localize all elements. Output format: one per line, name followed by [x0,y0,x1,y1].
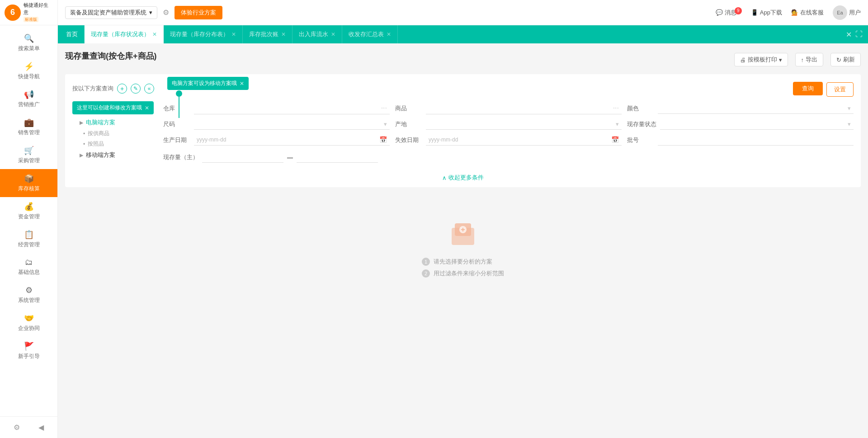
sidebar-collapse-btn[interactable]: ◀ [38,423,44,432]
tab-in-out-flow[interactable]: 出入库流水 ✕ [292,25,342,43]
step-num-2: 2 [422,269,430,278]
tab-inventory-status[interactable]: 现存量（库存状况表） ✕ [85,25,164,43]
plan-sub-items: • 按供商品 • 按照品 [72,128,156,149]
settings-gear-btn[interactable]: ⚙ [163,8,169,17]
tab-collect-summary[interactable]: 收发存汇总表 ✕ [342,25,398,43]
marketing-icon: 📢 [24,89,34,99]
sidebar-item-newbie[interactable]: 🚩 新手引导 [0,337,57,365]
collapse-more-btn[interactable]: ∧ 收起更多条件 [72,170,854,185]
sidebar-item-finance[interactable]: 💰 资金管理 [0,197,57,225]
filter-fields-area: 仓库 ··· 商品 ··· [163,102,854,166]
filter-row-2: 尺码 ▾ 产地 ▾ [163,119,854,130]
page-title: 现存量查询(按仓库+商品) [65,51,157,61]
sidebar-item-search[interactable]: 🔍 搜索菜单 [0,29,57,57]
sidebar-item-guide[interactable]: ⚡ 快捷导航 [0,57,57,85]
filter-label: 按以下方案查询 [72,85,113,93]
main-area: 装备及固定资产辅助管理系统 ▾ ⚙ 体验行业方案 💬 消息 9 📱 App下载 … [58,0,868,438]
size-select[interactable]: ▾ [194,119,390,130]
system-icon: ⚙ [25,285,33,295]
warehouse-field: 仓库 ··· [163,102,390,114]
chevron-down-color-icon: ▾ [848,105,851,112]
goods-dots-icon[interactable]: ··· [613,104,619,112]
chevron-down-origin-icon: ▾ [616,121,619,127]
tab-batch-ledger[interactable]: 库存批次账 ✕ [243,25,292,43]
plan-arrow-icon: ▶ [80,120,83,126]
sidebar-nav: 🔍 搜索菜单 ⚡ 快捷导航 📢 营销推广 💼 销售管理 🛒 采购管理 📦 库存核… [0,25,57,416]
sidebar: 6 畅捷通好生意 标准版 🔍 搜索菜单 ⚡ 快捷导航 📢 营销推广 💼 销售管理… [0,0,58,438]
chevron-down-icon: ▾ [779,57,782,63]
filter-settings-button[interactable]: 设置 [826,82,854,97]
tab-home[interactable]: 首页 [60,25,85,43]
sidebar-item-inventory[interactable]: 📦 库存核算 [0,169,57,197]
message-action[interactable]: 💬 消息 9 [716,9,742,17]
user-action[interactable]: Ea 用户 [833,5,861,20]
plan-mobile-node[interactable]: ▶ 移动端方案 [72,149,156,161]
search-button[interactable]: 查询 [793,82,823,95]
filter-right-actions: 查询 设置 [793,80,854,97]
stock-main-from-input[interactable] [202,152,283,163]
empty-illustration [445,214,481,250]
tab-close-batch-ledger[interactable]: ✕ [281,31,286,38]
filter-back-button[interactable]: « [144,84,154,94]
page-header-row: 现存量查询(按仓库+商品) 🖨 按模板打印 ▾ ↑ 导出 ↻ 刷新 [65,51,861,69]
plan-tree: ▶ 电脑端方案 • 按供商品 • 按照品 [72,117,156,161]
top-header: 装备及固定资产辅助管理系统 ▾ ⚙ 体验行业方案 💬 消息 9 📱 App下载 … [58,0,868,25]
filter-edit-button[interactable]: ✎ [131,84,141,94]
sidebar-settings-btn[interactable]: ⚙ [14,423,20,432]
expire-date-calendar-icon: 📅 [611,136,619,143]
goods-select[interactable]: ··· [426,102,622,114]
tooltip1-close[interactable]: ✕ [240,80,244,87]
tab-inventory-dist[interactable]: 现存量（库存分布表） ✕ [164,25,243,43]
template-print-button[interactable]: 🖨 按模板打印 ▾ [734,53,788,66]
tooltip2-close[interactable]: ✕ [145,105,149,111]
system-select[interactable]: 装备及固定资产辅助管理系统 ▾ [65,6,157,19]
sidebar-item-system[interactable]: ⚙ 系统管理 [0,281,57,309]
filter-add-button[interactable]: + [117,84,127,94]
experience-button[interactable]: 体验行业方案 [175,6,222,19]
origin-label: 产地 [395,120,422,128]
plan-tree-left: 这里可以创建和修改方案哦 ✕ ▶ 电脑端方案 • 按供商品 [72,102,156,166]
tab-close-all-btn[interactable]: ✕ [846,30,852,39]
warehouse-select[interactable]: ··· [194,102,390,114]
plan-desktop-node[interactable]: ▶ 电脑端方案 [72,117,156,128]
goods-field: 商品 ··· [395,102,622,114]
chevron-down-size-icon: ▾ [384,121,387,127]
header-left: 装备及固定资产辅助管理系统 ▾ ⚙ 体验行业方案 [65,6,222,19]
export-button[interactable]: ↑ 导出 [795,53,824,66]
batch-no-label: 批号 [627,136,654,144]
sidebar-item-basic[interactable]: 🗂 基础信息 [0,253,57,281]
finance-icon: 💰 [24,202,34,212]
plan-sub-item-1[interactable]: • 按供商品 [83,128,156,139]
sidebar-item-enterprise[interactable]: 🤝 企业协同 [0,309,57,337]
tab-close-inventory-status[interactable]: ✕ [152,31,157,38]
plan-sub-item-2[interactable]: • 按照品 [83,139,156,149]
color-select[interactable]: ▾ [658,103,854,114]
sidebar-item-sales[interactable]: 💼 销售管理 [0,113,57,141]
prod-date-input[interactable]: yyyy-mm-dd 📅 [194,134,390,146]
tab-close-in-out-flow[interactable]: ✕ [331,31,335,38]
top-action-row: 🖨 按模板打印 ▾ ↑ 导出 ↻ 刷新 [734,53,861,66]
connector-dot-top [176,90,182,97]
sidebar-item-marketing[interactable]: 📢 营销推广 [0,85,57,113]
expire-date-field: 失效日期 yyyy-mm-dd 📅 [395,134,622,146]
expire-date-input[interactable]: yyyy-mm-dd 📅 [426,134,622,146]
online-service-action[interactable]: 💁 在线客服 [791,9,824,17]
print-icon: 🖨 [740,57,746,63]
refresh-button[interactable]: ↻ 刷新 [830,53,861,66]
sidebar-item-purchase[interactable]: 🛒 采购管理 [0,141,57,169]
header-right: 💬 消息 9 📱 App下载 💁 在线客服 Ea 用户 [716,5,861,20]
origin-select[interactable]: ▾ [426,119,622,130]
sidebar-item-operation[interactable]: 📋 经营管理 [0,225,57,253]
goods-label: 商品 [395,104,422,113]
stock-status-select[interactable]: ▾ [660,119,854,130]
content-area: 现存量查询(按仓库+商品) 🖨 按模板打印 ▾ ↑ 导出 ↻ 刷新 [58,43,868,438]
warehouse-dots-icon[interactable]: ··· [381,104,387,112]
expire-date-label: 失效日期 [395,136,422,144]
batch-no-input[interactable] [658,135,854,146]
tab-close-inventory-dist[interactable]: ✕ [231,31,236,38]
tab-close-collect-summary[interactable]: ✕ [387,31,391,38]
tab-fullscreen-btn[interactable]: ⛶ [855,30,863,39]
app-download-action[interactable]: 📱 App下载 [751,9,782,17]
stock-main-to-input[interactable] [297,152,378,163]
service-icon: 💁 [791,9,798,16]
